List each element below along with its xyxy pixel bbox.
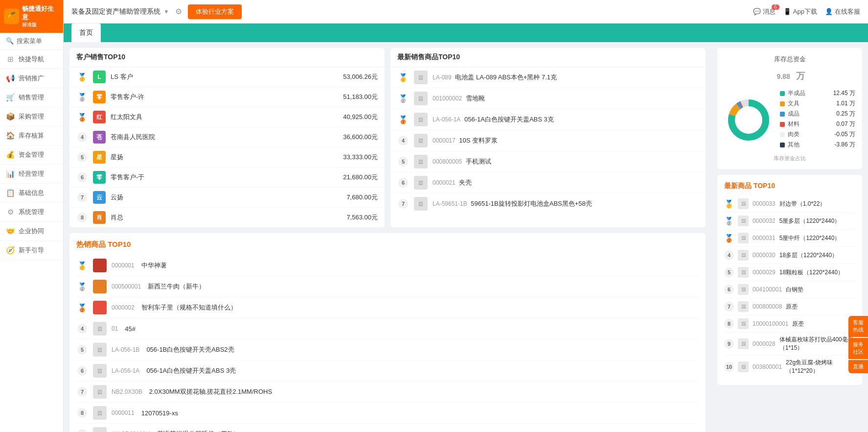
search-menu[interactable]: 🔍 搜索菜单 [0,33,63,50]
list-item: 9 🖼 KK-SD22110H 花语萌恒温分腿睡袋（厚款） [76,424,699,432]
rank: 🥇 [724,199,734,209]
top-header: 装备及固定资产辅助管理系统 ▼ ⚙ 体验行业方案 💬 消息 6 📱 App下载 … [64,0,868,24]
sidebar-item-operation[interactable]: 📊经营管理 [0,165,63,184]
legend-item: 半成品 12.45 万 [780,89,855,97]
system-icon: ⚙ [6,208,15,216]
customer-name: 星扬 [111,153,338,162]
product-thumb: 🖼 [93,406,107,420]
product-code: LA-056-1A [112,367,139,374]
product-name: 电池盖 LA-089 ABS本色+黑种 7.1克 [455,73,557,81]
sidebar-item-corp[interactable]: 🤝企业协同 [0,222,63,241]
list-item: 6 🖼 004100001 白钢垫 [724,281,855,298]
product-name: 45# [125,325,699,333]
stock-caption: 库存资金占比 [724,155,855,162]
rank-num: 7 [77,192,87,202]
mid-products-header: 最新销售商品TOP10 [390,48,706,67]
rank-num: 4 [398,136,408,145]
app-title: 畅捷通好生意 [22,5,59,22]
table-row: 🥉 红 红太阳文具 40,925.00元 [69,107,385,127]
experience-btn[interactable]: 体验行业方案 [188,4,242,19]
newest-name: 22g鱼豆腐-烧烤味（1*12*20） [786,359,855,375]
sidebar-item-quick-nav[interactable]: ⊞快捷导航 [0,50,63,69]
newest-title-sub: TOP10 [754,182,775,190]
rank-num: 6 [724,285,734,294]
table-row: 5 星 星扬 33,333.00元 [69,147,385,168]
silver-medal-icon: 🥈 [724,217,734,225]
newest-thumb: 🖼 [738,361,749,372]
sidebar-item-marketing[interactable]: 📢营销推广 [0,69,63,88]
product-code: LA-089 [433,74,452,81]
rank-num: 8 [77,408,87,418]
product-name: 056-1B白色按键开关壳ABS2壳 [146,345,699,354]
sidebar: 🍊 畅捷通好生意 标准版 🔍 搜索菜单 ⊞快捷导航📢营销推广🛒销售管理📦采购管理… [0,0,64,432]
customer-top10-header: 客户销售TOP10 [69,48,385,67]
rank-num: 7 [724,302,734,312]
rank-num: 5 [77,152,87,162]
message-btn[interactable]: 💬 消息 6 [753,7,776,16]
product-name: 智利车子里（规格不知道填什么） [141,303,699,312]
newest-name: 封边带（1.0*22） [779,200,855,208]
rank-num: 7 [398,199,408,209]
donut-legend: 半成品 12.45 万 文具 1.01 万 成品 0.25 万 材料 0.07 … [780,89,855,151]
product-placeholder-icon: 🖼 [418,201,423,207]
logo-text: 畅捷通好生意 标准版 [22,5,59,28]
rank-num: 10 [724,362,734,372]
legend-color [780,112,785,117]
online-service-btn[interactable]: 👤 在线客服 [825,7,860,16]
gold-medal-icon: 🥇 [77,261,87,270]
avatar: 云 [93,191,106,204]
sidebar-item-guide[interactable]: 🧭新手引导 [0,241,63,260]
newest-thumb: 🖼 [738,233,749,243]
sidebar-item-base[interactable]: 📋基础信息 [0,184,63,203]
legend-color [780,122,785,127]
product-name: 2.0X30MM双搓花轴,搓花直径2.1MM/ROHS [149,387,699,396]
bronze-medal-icon: 🥉 [398,115,408,124]
list-item: 4 🖼 0000030 18多层（1220*2440） [724,247,855,264]
newest-name: 体械嘉枚味苏打饮品400毫升（1*15） [779,336,855,352]
legend-item: 其他 -3.86 万 [780,141,855,149]
customer-amount: 21,680.00元 [343,173,378,182]
product-placeholder-icon: 🖼 [418,138,423,144]
product-name: 手机测试 [466,158,491,165]
float-btn[interactable]: 客服热线 [848,316,868,337]
sales-icon: 🛒 [6,93,15,102]
newest-name: 白钢垫 [786,286,855,294]
customer-title: 客户销售TOP10 [76,53,125,62]
donut-container: 半成品 12.45 万 文具 1.01 万 成品 0.25 万 材料 0.07 … [724,89,855,151]
sidebar-item-finance[interactable]: 💰资金管理 [0,145,63,165]
table-row: 7 🖼 LA-59651-1B 59651-1B旋转投影灯电池盒ABS黑色+58… [390,193,706,214]
gold-medal-icon: 🥇 [77,72,87,82]
sidebar-item-purchase[interactable]: 📦采购管理 [0,107,63,126]
list-item: 🥈 000500001 新西兰牛肉（新牛） [76,276,699,297]
product-name: 雪地靴 [466,95,485,102]
float-btn[interactable]: 直播 [848,360,868,373]
legend-value: 0.25 万 [836,110,855,118]
table-row: 🥉 🖼 LA-056-1A 056-1A白色按键开关盖ABS 3克 [390,109,706,130]
sidebar-item-system[interactable]: ⚙系统管理 [0,203,63,222]
product-thumb: 🖼 [93,322,107,336]
app-download-btn[interactable]: 📱 App下载 [783,7,817,16]
sidebar-item-stock[interactable]: 🏠库存核算 [0,126,63,145]
legend-color [780,91,785,96]
search-label: 搜索菜单 [17,37,42,46]
customer-amount: 33,333.00元 [343,153,378,162]
settings-icon[interactable]: ⚙ [175,7,182,16]
product-name: 12070519-xs [141,409,699,417]
tab-home[interactable]: 首页 [71,24,101,42]
newest-name: 5厘多层（1220*2440） [779,217,855,225]
table-row: 6 零 零售客户-于 21,680.00元 [69,168,385,188]
silver-medal-icon: 🥈 [398,94,408,103]
legend-item: 材料 0.07 万 [780,120,855,128]
logo-icon: 🍊 [4,8,19,24]
product-thumb: 🖼 [93,427,107,432]
table-row: 🥈 零 零售客户-许 51,183.00元 [69,87,385,107]
product-thumb: 🖼 [93,364,107,378]
donut-chart [724,96,773,144]
sidebar-item-sales[interactable]: 🛒销售管理 [0,88,63,107]
legend-label: 文具 [788,99,833,108]
marketing-icon: 📢 [6,74,15,83]
product-code: 000500001 [112,283,141,290]
float-btn[interactable]: 服务社区 [848,338,868,359]
avatar: 零 [93,171,106,184]
customer-name: 零售客户-许 [111,93,338,101]
